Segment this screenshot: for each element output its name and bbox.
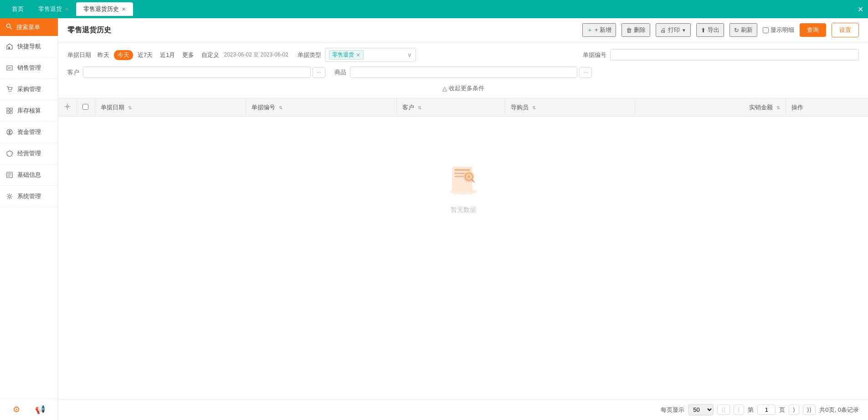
sidebar-search[interactable]: 搜索菜单	[0, 18, 58, 36]
export-icon: ⬆	[701, 27, 706, 34]
svg-rect-18	[454, 176, 464, 177]
type-select[interactable]: 零售退货 ✕ ∨	[325, 48, 416, 62]
header-actions: ＋ + 新增 🗑 删除 🖨 打印 ▼ ⬆ 导出 ↻	[582, 23, 859, 37]
svg-rect-8	[7, 111, 9, 113]
svg-rect-6	[7, 108, 9, 110]
sort-date-icon: ⇅	[128, 105, 132, 110]
next-page-button[interactable]: ⟩	[789, 405, 799, 415]
system-icon	[5, 192, 14, 200]
date-opt-more[interactable]: 更多	[180, 50, 197, 60]
th-actual-amount[interactable]: 实销金额 ⇅	[635, 98, 786, 117]
content-area: 零售退货历史 ＋ + 新增 🗑 删除 🖨 打印 ▼ ⬆ 导出	[58, 18, 868, 420]
operation-icon	[5, 149, 14, 158]
close-app-button[interactable]: ✕	[858, 5, 863, 14]
th-guide[interactable]: 导购员 ⇅	[505, 98, 635, 117]
th-voucher-no[interactable]: 单据编号 ⇅	[246, 98, 397, 117]
purchase-icon	[5, 85, 14, 93]
collapse-button[interactable]: △ 收起更多条件	[442, 84, 484, 92]
sidebar-item-quick-nav[interactable]: 快捷导航	[0, 36, 58, 57]
date-opt-today[interactable]: 今天	[114, 50, 133, 60]
th-customer[interactable]: 客户 ⇅	[397, 98, 505, 117]
inventory-icon	[5, 107, 14, 115]
date-opt-1month[interactable]: 近1月	[157, 50, 178, 60]
first-page-button[interactable]: ⟨⟨	[717, 405, 730, 415]
collapse-row: △ 收起更多条件	[67, 82, 859, 92]
new-button[interactable]: ＋ + 新增	[582, 23, 616, 37]
th-checkbox[interactable]	[77, 98, 95, 117]
svg-rect-9	[10, 111, 12, 113]
type-tag: 零售退货 ✕	[329, 50, 364, 60]
voucher-input[interactable]	[610, 49, 859, 61]
sort-customer-icon: ⇅	[418, 105, 421, 110]
total-info: 共0页, 0条记录	[819, 406, 859, 414]
basic-info-icon	[5, 171, 14, 179]
show-detail-checkbox-label[interactable]: 显示明细	[763, 26, 794, 34]
sidebar-item-purchase[interactable]: 采购管理	[0, 79, 58, 100]
th-date[interactable]: 单据日期 ⇅	[95, 98, 246, 117]
th-settings[interactable]	[58, 98, 77, 117]
svg-rect-2	[9, 47, 10, 49]
sidebar-item-basic-info[interactable]: 基础信息	[0, 164, 58, 186]
last-page-button[interactable]: ⟩⟩	[803, 405, 816, 415]
date-opt-custom[interactable]: 自定义	[199, 50, 222, 60]
date-label: 单据日期	[67, 51, 91, 59]
type-tag-close[interactable]: ✕	[356, 52, 360, 58]
refresh-icon: ↻	[734, 27, 739, 34]
goods-ellipsis-button[interactable]: ···	[579, 67, 592, 78]
select-all-checkbox[interactable]	[82, 104, 88, 110]
voucher-label: 单据编号	[583, 51, 606, 59]
sidebar-bottom: ⚙ 📢	[0, 399, 58, 420]
show-detail-checkbox[interactable]	[763, 27, 769, 33]
print-dropdown-icon: ▼	[682, 28, 686, 33]
sidebar-label-system: 系统管理	[17, 192, 41, 200]
goods-filter: 商品 ···	[334, 67, 592, 78]
page-label: 第	[748, 406, 754, 414]
sidebar-label-sales: 销售管理	[17, 64, 41, 72]
search-label: 搜索菜单	[16, 23, 40, 31]
setting-button[interactable]: 设置	[832, 23, 859, 37]
page-header: 零售退货历史 ＋ + 新增 🗑 删除 🖨 打印 ▼ ⬆ 导出	[58, 18, 868, 42]
goods-label: 商品	[334, 68, 346, 77]
svg-point-0	[7, 24, 10, 28]
delete-button[interactable]: 🗑 删除	[621, 23, 650, 37]
goods-input[interactable]	[350, 67, 578, 78]
sidebar-item-inventory[interactable]: 库存核算	[0, 100, 58, 122]
date-opt-yesterday[interactable]: 昨天	[95, 50, 112, 60]
page-size-select[interactable]: 50 10 20 100	[688, 404, 714, 415]
prev-page-button[interactable]: ⟨	[734, 405, 744, 415]
refresh-button[interactable]: ↻ 刷新	[729, 23, 757, 37]
svg-point-13	[67, 106, 68, 108]
page-input[interactable]	[757, 405, 776, 415]
empty-state: 暂无数据	[58, 117, 868, 251]
pagination: 每页显示 50 10 20 100 ⟨⟨ ⟨ 第 页 ⟩ ⟩⟩ 共0页, 0条记…	[58, 399, 868, 420]
svg-rect-3	[7, 66, 12, 70]
close-retail-return-tab[interactable]: ✕	[65, 6, 69, 12]
tab-retail-return[interactable]: 零售退货 ✕	[31, 2, 76, 16]
sort-amount-icon: ⇅	[776, 105, 780, 110]
sidebar-label-inventory: 库存核算	[17, 107, 41, 115]
empty-illustration	[441, 153, 486, 199]
close-retail-return-history-tab[interactable]: ✕	[122, 6, 126, 12]
export-button[interactable]: ⬆ 导出	[696, 23, 724, 37]
sidebar-item-operation[interactable]: 经营管理	[0, 143, 58, 164]
page-suffix: 页	[779, 406, 785, 414]
sidebar-item-finance[interactable]: 资金管理	[0, 122, 58, 143]
query-button[interactable]: 查询	[800, 23, 826, 37]
filter-area: 单据日期 昨天 今天 近7天 近1月 更多 自定义 2023-06-02 至 2…	[58, 42, 868, 98]
settings-icon[interactable]: ⚙	[13, 405, 20, 415]
finance-icon	[5, 128, 14, 136]
customer-input[interactable]	[83, 67, 311, 78]
sidebar-item-sales[interactable]: 销售管理	[0, 57, 58, 79]
home-icon	[5, 42, 14, 51]
sidebar-item-system[interactable]: 系统管理	[0, 186, 58, 207]
date-opt-7days[interactable]: 近7天	[135, 50, 155, 60]
tab-retail-return-history[interactable]: 零售退货历史 ✕	[76, 2, 133, 16]
print-button[interactable]: 🖨 打印 ▼	[656, 23, 691, 37]
main-layout: 搜索菜单 快捷导航 销售管理 采购管理 库存核算	[0, 18, 868, 420]
customer-ellipsis-button[interactable]: ···	[313, 67, 325, 78]
svg-point-22	[467, 175, 470, 178]
customer-label: 客户	[67, 68, 79, 77]
date-filter: 单据日期 昨天 今天 近7天 近1月 更多 自定义 2023-06-02 至 2…	[67, 50, 288, 60]
speaker-icon[interactable]: 📢	[35, 405, 45, 415]
tab-home[interactable]: 首页	[5, 2, 31, 16]
